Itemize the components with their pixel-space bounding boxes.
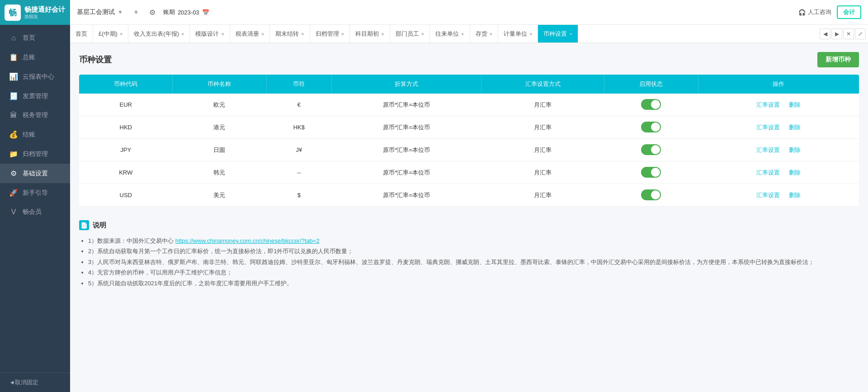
- tab-计量单位[interactable]: 计量单位×: [498, 25, 538, 43]
- cell-enabled: [604, 94, 698, 116]
- enabled-toggle[interactable]: [641, 144, 661, 155]
- cell-enabled: [604, 161, 698, 184]
- rate-settings-link[interactable]: 汇率设置: [756, 169, 780, 176]
- tabs-next-button[interactable]: ▶: [831, 28, 842, 39]
- sidebar-item-reports[interactable]: 📊 云报表中心: [0, 67, 70, 86]
- enabled-toggle[interactable]: [641, 122, 661, 132]
- tab-close-icon[interactable]: ×: [461, 31, 464, 37]
- nav-icon-invoice: 🧾: [9, 92, 18, 100]
- nav-label-archive: 归档管理: [23, 150, 48, 158]
- delete-link[interactable]: 删除: [789, 146, 801, 153]
- header-actions: + ⚙: [130, 6, 159, 19]
- tab-close-icon[interactable]: ×: [221, 31, 224, 37]
- toggle-track: [641, 189, 661, 200]
- tab-币种设置[interactable]: 币种设置×: [538, 25, 578, 43]
- sidebar-item-ledger[interactable]: 📋 总账: [0, 47, 70, 67]
- sidebar-item-settle[interactable]: 💰 结账: [0, 125, 70, 144]
- table-row: HKD 港元 HK$ 原币*汇率=本位币 月汇率 汇率设置 删除: [79, 116, 859, 139]
- tab-label: 计量单位: [504, 30, 527, 38]
- project-selector[interactable]: 基层工会测试 ▼: [77, 8, 123, 16]
- cell-name: 欧元: [173, 94, 267, 116]
- table-row: USD 美元 $ 原币*汇率=本位币 月汇率 汇率设置 删除: [79, 184, 859, 207]
- sidebar-item-tax[interactable]: 🏛 税务管理: [0, 106, 70, 125]
- tab-存货[interactable]: 存货×: [470, 25, 498, 43]
- tabs-close-all-button[interactable]: ✕: [843, 28, 854, 39]
- add-tab-button[interactable]: +: [130, 6, 142, 19]
- tab-close-icon[interactable]: ×: [341, 31, 344, 37]
- account-button[interactable]: 会计: [837, 5, 861, 19]
- support-button[interactable]: 🎧 人工咨询: [798, 8, 831, 16]
- rate-settings-link[interactable]: 汇率设置: [756, 192, 780, 198]
- delete-link[interactable]: 删除: [789, 124, 801, 131]
- rate-settings-link[interactable]: 汇率设置: [756, 101, 780, 108]
- logo-sub: 旗舰版: [24, 14, 65, 20]
- sidebar: 畅 畅捷通好会计 旗舰版 ⌂ 首页📋 总账📊 云报表中心🧾 发票管理🏛 税务管理…: [0, 0, 70, 392]
- tab-close-icon[interactable]: ×: [569, 31, 572, 37]
- nav-icon-member: V: [9, 208, 18, 216]
- tab-税表清册[interactable]: 税表清册×: [230, 25, 270, 43]
- tab-close-icon[interactable]: ×: [529, 31, 532, 37]
- cell-rate-type: 月汇率: [481, 161, 604, 184]
- sidebar-item-archive[interactable]: 📁 归档管理: [0, 144, 70, 164]
- table-row: KRW 韩元 -- 原币*汇率=本位币 月汇率 汇率设置 删除: [79, 161, 859, 184]
- tab-close-icon[interactable]: ×: [181, 31, 184, 37]
- nav-label-reports: 云报表中心: [23, 73, 54, 81]
- col-header-启用状态: 启用状态: [604, 75, 698, 94]
- sidebar-item-basic[interactable]: ⚙ 基础设置: [0, 164, 70, 183]
- tab-首页[interactable]: 首页: [70, 25, 93, 43]
- cell-name: 韩元: [173, 161, 267, 184]
- tabs-navigation: ◀ ▶ ✕ ⤢: [817, 28, 868, 39]
- tab-往来单位[interactable]: 往来单位×: [430, 25, 470, 43]
- calendar-icon[interactable]: 📅: [202, 9, 209, 16]
- tabs-maximize-button[interactable]: ⤢: [855, 28, 866, 39]
- delete-link[interactable]: 删除: [789, 169, 801, 176]
- sidebar-item-guide[interactable]: 🚀 新手引导: [0, 183, 70, 203]
- sidebar-item-home[interactable]: ⌂ 首页: [0, 28, 70, 47]
- nav-label-ledger: 总账: [23, 53, 35, 61]
- tab-close-icon[interactable]: ×: [381, 31, 384, 37]
- settings-button[interactable]: ⚙: [146, 6, 159, 19]
- delete-link[interactable]: 删除: [789, 192, 801, 198]
- project-name: 基层工会测试: [77, 8, 115, 16]
- tab-£(中期)[interactable]: £(中期)×: [93, 25, 128, 43]
- cell-symbol: HK$: [266, 116, 331, 139]
- delete-link[interactable]: 删除: [789, 101, 801, 108]
- tab-close-icon[interactable]: ×: [261, 31, 264, 37]
- rate-settings-link[interactable]: 汇率设置: [756, 146, 780, 153]
- period-value: 2023-03: [178, 9, 199, 16]
- enabled-toggle[interactable]: [641, 99, 661, 110]
- rate-settings-link[interactable]: 汇率设置: [756, 124, 780, 131]
- enabled-toggle[interactable]: [641, 189, 661, 200]
- tab-close-icon[interactable]: ×: [490, 31, 492, 37]
- tab-close-icon[interactable]: ×: [421, 31, 424, 37]
- cell-calc: 原币*汇率=本位币: [331, 116, 481, 139]
- cell-calc: 原币*汇率=本位币: [331, 184, 481, 207]
- nav-icon-archive: 📁: [9, 150, 18, 158]
- tabs-prev-button[interactable]: ◀: [820, 28, 830, 39]
- tab-科目期初[interactable]: 科目期初×: [350, 25, 390, 43]
- notes-section: 📄 说明 1）数据来源：中国外汇交易中心 https://www.chinamo…: [79, 220, 859, 288]
- tab-归档管理[interactable]: 归档管理×: [310, 25, 350, 43]
- note-item-5: 5）系统只能自动抓取2021年度后的汇率，之前年度汇率需要用用户手工维护。: [88, 278, 859, 288]
- tab-期末结转[interactable]: 期末结转×: [270, 25, 310, 43]
- cell-code: KRW: [79, 161, 173, 184]
- sidebar-item-member[interactable]: V 畅会员: [0, 203, 70, 222]
- new-currency-button[interactable]: 新增币种: [817, 52, 859, 67]
- notes-list: 1）数据来源：中国外汇交易中心 https://www.chinamoney.c…: [79, 236, 859, 288]
- chinamoney-link[interactable]: https://www.chinamoney.com.cn/chinese/bk…: [175, 237, 320, 244]
- sidebar-pin-toggle[interactable]: ◄取消固定: [0, 373, 70, 392]
- tab-close-icon[interactable]: ×: [301, 31, 304, 37]
- table-header-row: 币种代码币种名称币符折算方式汇率设置方式启用状态操作: [79, 75, 859, 94]
- tab-label: 往来单位: [435, 30, 459, 38]
- currency-table: 币种代码币种名称币符折算方式汇率设置方式启用状态操作 EUR 欧元 € 原币*汇…: [79, 75, 859, 207]
- tab-模版设计[interactable]: 模版设计×: [190, 25, 230, 43]
- header: 基层工会测试 ▼ + ⚙ 账期 2023-03 📅 🎧 人工咨询 会计: [70, 0, 868, 25]
- tab-close-icon[interactable]: ×: [120, 31, 123, 37]
- sidebar-item-invoice[interactable]: 🧾 发票管理: [0, 86, 70, 106]
- cell-calc: 原币*汇率=本位币: [331, 94, 481, 116]
- tab-收入支出表(年报)[interactable]: 收入支出表(年报)×: [128, 25, 190, 43]
- enabled-toggle[interactable]: [641, 167, 661, 178]
- cell-symbol: J¥: [266, 139, 331, 161]
- tab-部门员工[interactable]: 部门员工×: [390, 25, 430, 43]
- cell-actions: 汇率设置 删除: [698, 116, 859, 139]
